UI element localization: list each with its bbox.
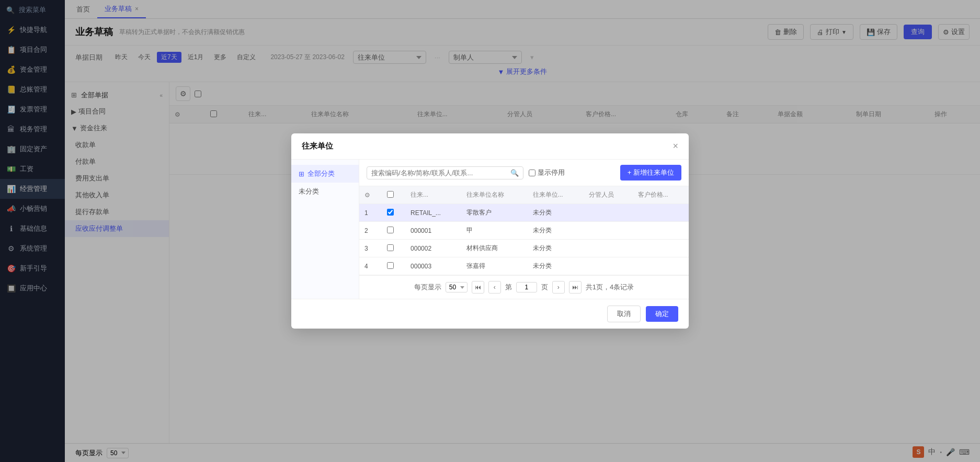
modal-overlay[interactable]: 往来单位 × ⊞ 全部分类 未分类 🔍: [0, 0, 980, 462]
modal-select-all[interactable]: [387, 191, 394, 198]
row-category: 未分类: [528, 222, 584, 240]
last-page-button[interactable]: ⏭: [569, 281, 582, 294]
modal-confirm-button[interactable]: 确定: [646, 306, 678, 322]
row-category: 未分类: [528, 204, 584, 222]
row-manager: [584, 257, 633, 275]
row-manager: [584, 222, 633, 240]
page-label: 第: [505, 283, 512, 292]
modal-table-row[interactable]: 4 000003 张嘉得 未分类: [359, 257, 689, 275]
modal-table-row[interactable]: 3 000002 材料供应商 未分类: [359, 240, 689, 257]
row-name: 材料供应商: [461, 240, 528, 257]
modal-sidebar-item-all[interactable]: ⊞ 全部分类: [291, 165, 359, 183]
next-page-button[interactable]: ›: [552, 281, 565, 294]
modal-th-manager: 分管人员: [584, 186, 633, 204]
modal-table-wrap: ⚙ 往来... 往来单位名称 往来单位... 分管人员 客户价格... 1: [359, 186, 689, 275]
row-code: RETAIL_...: [405, 204, 461, 222]
modal-header: 往来单位 ×: [291, 133, 689, 160]
row-name: 零散客户: [461, 204, 528, 222]
modal-sidebar: ⊞ 全部分类 未分类: [291, 160, 359, 299]
row-code: 000003: [405, 257, 461, 275]
row-code: 000001: [405, 222, 461, 240]
modal-th-checkbox: [382, 186, 405, 204]
row-price-level: [633, 222, 689, 240]
modal-search-input[interactable]: [371, 169, 507, 177]
modal-per-page-select[interactable]: 50: [446, 282, 468, 292]
row-checkbox[interactable]: [382, 257, 405, 275]
modal-close-button[interactable]: ×: [673, 141, 678, 152]
row-checkbox[interactable]: [382, 204, 405, 222]
row-checkbox[interactable]: [382, 240, 405, 257]
show-disabled-text: 显示停用: [538, 168, 565, 177]
row-name: 甲: [461, 222, 528, 240]
row-category: 未分类: [528, 240, 584, 257]
row-no: 3: [359, 240, 382, 257]
show-disabled-checkbox[interactable]: [529, 170, 535, 176]
row-no: 1: [359, 204, 382, 222]
row-checkbox[interactable]: [382, 222, 405, 240]
modal-footer: 取消 确定: [291, 299, 689, 329]
modal-search-wrap[interactable]: 🔍: [367, 166, 523, 179]
modal-body: ⊞ 全部分类 未分类 🔍 显示停用: [291, 160, 689, 299]
row-code: 000002: [405, 240, 461, 257]
search-icon: 🔍: [510, 169, 519, 177]
row-price-level: [633, 204, 689, 222]
row-category: 未分类: [528, 257, 584, 275]
row-manager: [584, 240, 633, 257]
modal-content: 🔍 显示停用 + 新增往来单位 ⚙: [359, 160, 689, 299]
page-suffix: 页: [541, 283, 548, 292]
modal-toolbar: 🔍 显示停用 + 新增往来单位: [359, 160, 689, 186]
per-page-label: 每页显示: [414, 283, 441, 292]
show-disabled-label[interactable]: 显示停用: [529, 168, 565, 177]
modal-table-row[interactable]: 1 RETAIL_... 零散客户 未分类: [359, 204, 689, 222]
total-info: 共1页，4条记录: [586, 283, 634, 292]
modal-pagination: 每页显示 50 ⏮ ‹ 第 页 › ⏭ 共1页，4条记录: [359, 275, 689, 299]
first-page-button[interactable]: ⏮: [472, 281, 484, 294]
modal-th-settings: ⚙: [359, 186, 382, 204]
prev-page-button[interactable]: ‹: [488, 281, 501, 294]
modal-sidebar-all-label: 全部分类: [307, 169, 335, 178]
add-partner-label: + 新增往来单位: [628, 168, 674, 177]
row-manager: [584, 204, 633, 222]
modal-title: 往来单位: [302, 141, 333, 151]
row-name: 张嘉得: [461, 257, 528, 275]
page-input[interactable]: [516, 282, 537, 292]
partner-modal: 往来单位 × ⊞ 全部分类 未分类 🔍: [291, 133, 689, 329]
modal-table-row[interactable]: 2 000001 甲 未分类: [359, 222, 689, 240]
row-no: 4: [359, 257, 382, 275]
grid-icon: ⊞: [299, 170, 304, 178]
row-price-level: [633, 257, 689, 275]
modal-th-category: 往来单位...: [528, 186, 584, 204]
modal-sidebar-item-unclassified[interactable]: 未分类: [291, 183, 359, 200]
modal-sidebar-unclassified-label: 未分类: [299, 187, 319, 196]
modal-table-header: ⚙ 往来... 往来单位名称 往来单位... 分管人员 客户价格...: [359, 186, 689, 204]
row-price-level: [633, 240, 689, 257]
modal-cancel-button[interactable]: 取消: [607, 306, 641, 322]
row-no: 2: [359, 222, 382, 240]
modal-th-code: 往来...: [405, 186, 461, 204]
modal-table: ⚙ 往来... 往来单位名称 往来单位... 分管人员 客户价格... 1: [359, 186, 689, 275]
modal-th-name: 往来单位名称: [461, 186, 528, 204]
add-partner-button[interactable]: + 新增往来单位: [620, 165, 681, 181]
modal-th-price-level: 客户价格...: [633, 186, 689, 204]
